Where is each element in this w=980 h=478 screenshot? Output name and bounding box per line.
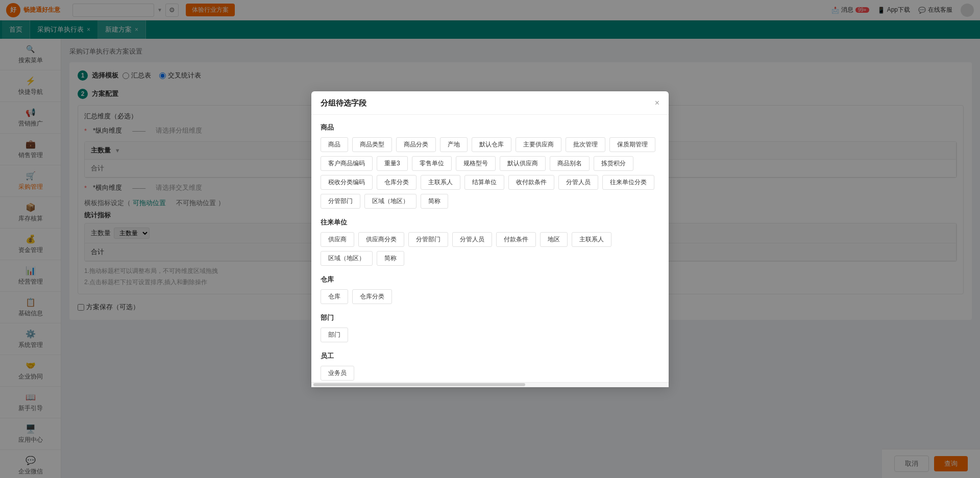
field-chip[interactable]: 区域（地区） — [364, 194, 416, 209]
field-chip[interactable]: 主联系人 — [421, 175, 460, 190]
field-chips-partner: 供应商供应商分类分管部门分管人员付款条件地区主联系人区域（地区）简称 — [321, 232, 659, 266]
field-chip[interactable]: 默认供应商 — [500, 156, 546, 171]
modal-horizontal-scrollbar[interactable] — [311, 382, 669, 387]
field-chip[interactable]: 产地 — [440, 137, 468, 152]
field-section-employee: 员工 业务员 — [321, 351, 659, 381]
field-chips-warehouse: 仓库仓库分类 — [321, 289, 659, 304]
field-chip[interactable]: 规格型号 — [456, 156, 496, 171]
modal-title: 分组待选字段 — [321, 98, 366, 108]
field-chips-dept: 部门 — [321, 328, 659, 342]
field-section-employee-title: 员工 — [321, 351, 659, 361]
field-chip[interactable]: 商品别名 — [550, 156, 590, 171]
field-chip[interactable]: 零售单位 — [412, 156, 452, 171]
modal: 分组待选字段 × 商品 商品商品类型商品分类产地默认仓库主要供应商批次管理保质期… — [311, 91, 669, 387]
field-chip[interactable]: 仓库 — [321, 289, 348, 304]
field-section-partner-title: 往来单位 — [321, 218, 659, 227]
field-chip[interactable]: 默认仓库 — [472, 137, 511, 152]
field-chip[interactable]: 分管人员 — [558, 175, 598, 190]
field-chip[interactable]: 商品分类 — [396, 137, 436, 152]
field-chip[interactable]: 结算单位 — [464, 175, 504, 190]
field-chips-goods: 商品商品类型商品分类产地默认仓库主要供应商批次管理保质期管理客户商品编码重量3零… — [321, 137, 659, 209]
field-chip[interactable]: 商品 — [321, 137, 348, 152]
field-chip[interactable]: 拣货积分 — [594, 156, 633, 171]
field-section-warehouse-title: 仓库 — [321, 275, 659, 284]
field-chip[interactable]: 供应商 — [321, 232, 354, 247]
hscroll-bar — [313, 383, 525, 386]
field-chip[interactable]: 仓库分类 — [377, 175, 416, 190]
field-chip[interactable]: 部门 — [321, 328, 348, 342]
field-chip[interactable]: 批次管理 — [566, 137, 605, 152]
field-chip[interactable]: 简称 — [421, 194, 448, 209]
field-chip[interactable]: 主要供应商 — [516, 137, 561, 152]
field-chip[interactable]: 仓库分类 — [352, 289, 392, 304]
field-chip[interactable]: 分管部门 — [408, 232, 448, 247]
field-chip[interactable]: 税收分类编码 — [321, 175, 373, 190]
field-section-partner: 往来单位 供应商供应商分类分管部门分管人员付款条件地区主联系人区域（地区）简称 — [321, 218, 659, 266]
field-chip[interactable]: 付款条件 — [496, 232, 536, 247]
field-chip[interactable]: 地区 — [540, 232, 568, 247]
field-chip[interactable]: 供应商分类 — [358, 232, 404, 247]
field-section-dept: 部门 部门 — [321, 313, 659, 342]
field-section-goods-title: 商品 — [321, 123, 659, 132]
field-section-dept-title: 部门 — [321, 313, 659, 322]
modal-body: 商品 商品商品类型商品分类产地默认仓库主要供应商批次管理保质期管理客户商品编码重… — [311, 115, 669, 383]
field-chip[interactable]: 重量3 — [377, 156, 408, 171]
field-chip[interactable]: 区域（地区） — [321, 251, 373, 266]
field-chip[interactable]: 分管人员 — [452, 232, 492, 247]
field-chip[interactable]: 商品类型 — [352, 137, 392, 152]
field-chip[interactable]: 简称 — [377, 251, 404, 266]
field-chip[interactable]: 分管部门 — [321, 194, 360, 209]
modal-overlay[interactable]: 分组待选字段 × 商品 商品商品类型商品分类产地默认仓库主要供应商批次管理保质期… — [0, 0, 980, 478]
field-section-goods: 商品 商品商品类型商品分类产地默认仓库主要供应商批次管理保质期管理客户商品编码重… — [321, 123, 659, 209]
field-chip[interactable]: 收付款条件 — [508, 175, 554, 190]
modal-header: 分组待选字段 × — [311, 91, 669, 115]
field-chip[interactable]: 保质期管理 — [609, 137, 655, 152]
field-chip[interactable]: 客户商品编码 — [321, 156, 373, 171]
modal-close-button[interactable]: × — [655, 98, 659, 108]
field-chip[interactable]: 往来单位分类 — [602, 175, 654, 190]
field-chip[interactable]: 业务员 — [321, 366, 354, 381]
field-section-warehouse: 仓库 仓库仓库分类 — [321, 275, 659, 304]
field-chips-employee: 业务员 — [321, 366, 659, 381]
field-chip[interactable]: 主联系人 — [572, 232, 611, 247]
